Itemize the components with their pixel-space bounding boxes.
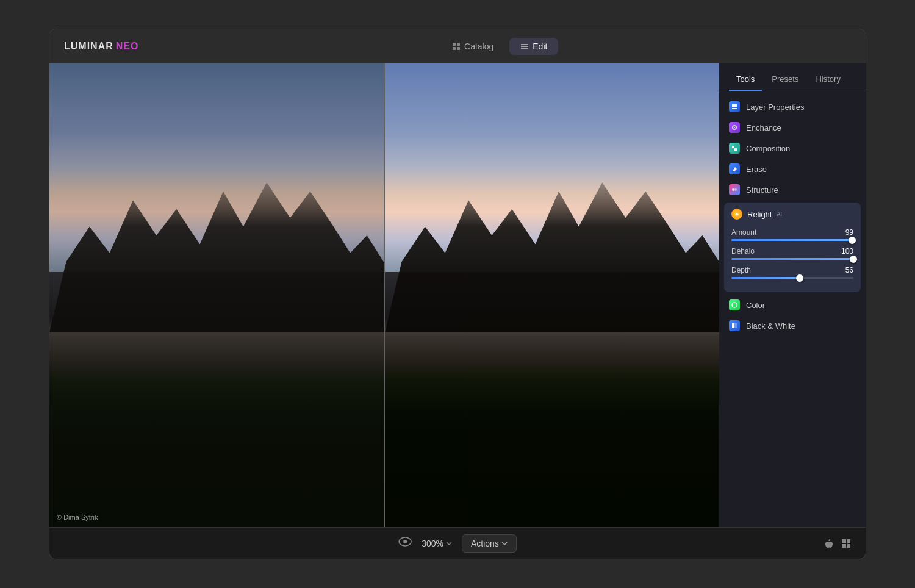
- svg-rect-18: [734, 323, 737, 328]
- svg-rect-0: [453, 43, 456, 46]
- ai-mark: AI: [777, 211, 782, 217]
- title-nav: Catalog Edit: [441, 38, 558, 55]
- visibility-icon[interactable]: [398, 537, 412, 550]
- color-label: Color: [746, 301, 765, 310]
- svg-rect-1: [457, 43, 460, 46]
- structure-label: Structure: [746, 185, 778, 195]
- tool-composition[interactable]: Composition: [719, 138, 866, 159]
- logo-luminar: LUMINAR: [64, 41, 113, 52]
- tool-structure[interactable]: Structure: [719, 179, 866, 200]
- tab-presets[interactable]: Presets: [764, 71, 806, 91]
- dehalo-track[interactable]: [731, 258, 853, 260]
- status-center: 300% Actions: [398, 534, 517, 553]
- edit-button[interactable]: Edit: [509, 38, 558, 55]
- amount-thumb[interactable]: [849, 237, 856, 244]
- depth-thumb[interactable]: [796, 274, 803, 282]
- svg-rect-7: [732, 104, 737, 106]
- black-white-label: Black & White: [746, 321, 795, 331]
- amount-label: Amount: [731, 228, 756, 237]
- tab-history[interactable]: History: [808, 71, 847, 91]
- zoom-label: 300%: [422, 539, 443, 548]
- actions-button[interactable]: Actions: [462, 534, 517, 553]
- actions-chevron-icon: [501, 542, 508, 545]
- structure-icon: [729, 184, 740, 195]
- svg-rect-23: [842, 544, 846, 548]
- enchance-label: Enchance: [746, 123, 781, 132]
- svg-rect-2: [453, 47, 456, 50]
- tool-erase[interactable]: Erase: [719, 159, 866, 179]
- dehalo-value: 100: [841, 247, 853, 256]
- slider-dehalo: Dehalo 100: [731, 247, 853, 260]
- depth-fill: [731, 277, 800, 279]
- grass-overlay-right: [385, 332, 719, 527]
- dehalo-label: Dehalo: [731, 247, 755, 256]
- status-bar: 300% Actions: [49, 527, 866, 559]
- svg-rect-3: [457, 47, 460, 50]
- windows-icon: [841, 539, 851, 548]
- grass-overlay-left: [49, 332, 384, 527]
- edit-icon: [520, 42, 529, 51]
- tool-layer-properties[interactable]: Layer Properties: [719, 96, 866, 117]
- slider-amount: Amount 99: [731, 228, 853, 241]
- status-right: [824, 539, 851, 548]
- amount-track[interactable]: [731, 239, 853, 241]
- svg-point-15: [734, 188, 737, 191]
- tool-enchance[interactable]: Enchance: [719, 117, 866, 138]
- svg-point-14: [732, 188, 734, 191]
- relight-controls: Amount 99 Dehalo 10: [724, 226, 861, 292]
- layer-properties-label: Layer Properties: [746, 102, 804, 112]
- svg-rect-8: [732, 106, 737, 107]
- svg-rect-21: [842, 539, 846, 543]
- svg-rect-9: [732, 108, 737, 109]
- apple-icon: [824, 539, 834, 548]
- landscape-right: [385, 63, 719, 527]
- color-icon: [729, 299, 740, 310]
- photo-credit: © Dima Sytrik: [57, 514, 98, 521]
- svg-rect-17: [732, 323, 734, 328]
- actions-label: Actions: [471, 539, 499, 548]
- tool-black-white[interactable]: Black & White: [719, 315, 866, 336]
- svg-rect-24: [847, 544, 850, 548]
- svg-rect-13: [734, 148, 737, 151]
- depth-value: 56: [845, 266, 853, 274]
- dehalo-thumb[interactable]: [850, 256, 857, 263]
- zoom-chevron-icon: [446, 542, 452, 545]
- image-area: © Dima Sytrik: [49, 63, 719, 527]
- tab-tools[interactable]: Tools: [729, 71, 762, 91]
- svg-point-16: [732, 303, 737, 307]
- depth-label: Depth: [731, 266, 751, 274]
- main-content: © Dima Sytrik Tools Presets History: [49, 63, 866, 527]
- image-before: © Dima Sytrik: [49, 63, 385, 527]
- composition-icon: [729, 143, 740, 154]
- enchance-icon: [729, 122, 740, 133]
- title-bar: LUMINAR NEO Catalog Edit: [49, 29, 866, 63]
- relight-header[interactable]: ✦ Relight AI: [724, 203, 861, 226]
- relight-icon: ✦: [731, 209, 742, 220]
- erase-icon: [729, 163, 740, 174]
- catalog-button[interactable]: Catalog: [441, 38, 504, 55]
- relight-label: Relight: [747, 210, 772, 219]
- tool-color[interactable]: Color: [719, 295, 866, 315]
- logo-neo: NEO: [116, 41, 139, 52]
- panel-tabs: Tools Presets History: [719, 63, 866, 91]
- erase-label: Erase: [746, 165, 767, 174]
- svg-rect-22: [847, 539, 850, 543]
- zoom-control[interactable]: 300%: [422, 539, 452, 548]
- svg-point-20: [403, 540, 407, 543]
- svg-rect-12: [732, 146, 734, 148]
- image-after: [385, 63, 719, 527]
- composition-label: Composition: [746, 144, 790, 153]
- black-white-icon: [729, 320, 740, 331]
- landscape-left: [49, 63, 384, 527]
- slider-depth: Depth 56: [731, 266, 853, 279]
- amount-fill: [731, 239, 852, 241]
- svg-point-11: [734, 127, 735, 128]
- right-panel: Tools Presets History Layer Properties: [719, 63, 866, 527]
- depth-track[interactable]: [731, 277, 853, 279]
- amount-value: 99: [845, 228, 853, 237]
- mountain-overlay-left: [49, 156, 384, 332]
- main-window: LUMINAR NEO Catalog Edit: [49, 29, 866, 559]
- mountain-overlay-right: [385, 156, 719, 332]
- layer-properties-icon: [729, 101, 740, 112]
- catalog-icon: [452, 42, 461, 51]
